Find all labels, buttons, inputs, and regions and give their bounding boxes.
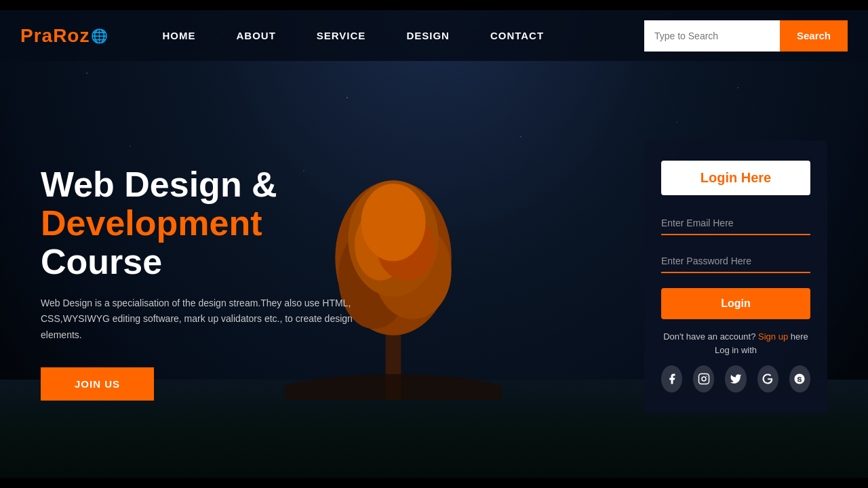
join-us-button[interactable]: JOIN US: [41, 367, 154, 401]
signup-text: Don't have an account? Sign up here: [661, 331, 810, 342]
logo-text: PraRoz: [20, 25, 90, 47]
top-bar: [0, 0, 868, 10]
email-input[interactable]: [661, 212, 810, 235]
main-content: Web Design & Development Course Web Desi…: [0, 61, 868, 478]
instagram-icon[interactable]: [693, 365, 714, 392]
search-area: Search: [644, 20, 848, 52]
login-with-label: Log in with: [661, 345, 810, 355]
nav-design[interactable]: DESIGN: [406, 30, 450, 41]
search-input[interactable]: [644, 20, 780, 52]
facebook-icon[interactable]: [661, 365, 682, 392]
nav-about[interactable]: ABOUT: [236, 30, 275, 41]
google-icon[interactable]: [757, 365, 778, 392]
logo-globe-icon: 🌐: [91, 28, 108, 44]
nav-contact[interactable]: CONTACT: [490, 30, 544, 41]
hero-title-line2: Development: [41, 204, 420, 243]
navbar: PraRoz 🌐 HOME ABOUT SERVICE DESIGN CONTA…: [0, 10, 868, 61]
hero-title-line1: Web Design &: [41, 165, 420, 204]
login-title[interactable]: Login Here: [661, 161, 810, 195]
svg-point-13: [702, 377, 706, 381]
password-input[interactable]: [661, 250, 810, 273]
svg-rect-12: [698, 373, 709, 384]
nav-links: HOME ABOUT SERVICE DESIGN CONTACT: [162, 30, 644, 41]
login-card: Login Here Login Don't have an account? …: [644, 140, 827, 413]
hero-title-line3: Course: [41, 243, 420, 281]
svg-point-14: [706, 375, 707, 377]
twitter-icon[interactable]: [725, 365, 746, 392]
hero-section: Web Design & Development Course Web Desi…: [41, 138, 420, 401]
hero-description: Web Design is a specialisation of the de…: [41, 296, 380, 344]
login-button[interactable]: Login: [661, 288, 810, 319]
nav-service[interactable]: SERVICE: [317, 30, 366, 41]
social-icons: [661, 365, 810, 392]
nav-home[interactable]: HOME: [162, 30, 195, 41]
signup-link[interactable]: Sign up: [758, 331, 788, 342]
search-button[interactable]: Search: [780, 20, 848, 52]
bottom-bar: [0, 478, 868, 488]
logo[interactable]: PraRoz 🌐: [20, 25, 108, 47]
skype-icon[interactable]: [789, 365, 810, 392]
